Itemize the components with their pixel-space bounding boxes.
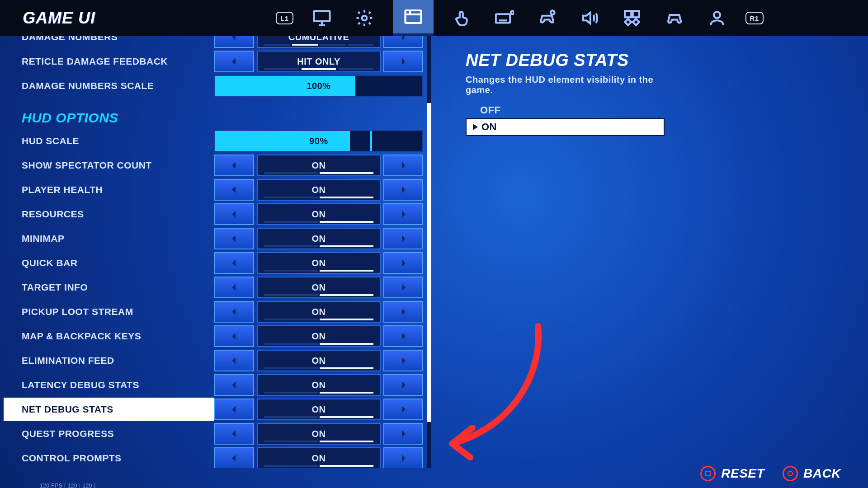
value-box-damage-numbers: CUMULATIVE [257, 36, 381, 48]
setting-row-show-spectator-count[interactable]: SHOW SPECTATOR COUNTON [4, 154, 423, 177]
left-arrow-quick-bar[interactable] [214, 252, 254, 274]
setting-value: ON [312, 185, 326, 195]
setting-row-hud-scale[interactable]: HUD SCALE90% [4, 129, 423, 153]
scrollbar[interactable] [427, 36, 431, 468]
setting-value: ON [312, 209, 326, 220]
right-arrow-reticle-damage-feedback[interactable] [383, 51, 423, 72]
setting-row-resources[interactable]: RESOURCESON [4, 202, 423, 226]
slider-damage-numbers-scale[interactable]: 100% [214, 75, 423, 97]
setting-row-player-health[interactable]: PLAYER HEALTHON [4, 178, 423, 202]
audio-icon [580, 9, 599, 28]
reset-button[interactable]: RESET [700, 466, 764, 481]
tab-account[interactable] [703, 4, 731, 32]
tab-game-ui[interactable] [393, 0, 434, 36]
tab-controller[interactable] [660, 4, 689, 32]
l1-badge: L1 [276, 12, 293, 24]
monitor-icon [312, 9, 331, 28]
hud-icon [404, 7, 423, 26]
controller-icon [665, 9, 684, 28]
tab-accessibility[interactable] [618, 4, 646, 32]
chevron-right-icon [399, 210, 408, 219]
right-arrow-net-debug-stats[interactable] [383, 399, 423, 420]
setting-value: CUMULATIVE [288, 36, 349, 42]
left-arrow-target-info[interactable] [214, 277, 254, 298]
option-off: OFF [480, 104, 665, 116]
setting-row-net-debug-stats[interactable]: NET DEBUG STATSON [4, 398, 423, 421]
value-box-show-spectator-count: ON [257, 155, 381, 176]
right-arrow-target-info[interactable] [383, 277, 423, 298]
value-box-net-debug-stats: ON [257, 399, 381, 420]
left-arrow-map-backpack-keys[interactable] [214, 325, 254, 347]
left-arrow-pickup-loot-stream[interactable] [214, 301, 254, 323]
right-arrow-map-backpack-keys[interactable] [383, 325, 423, 347]
right-arrow-minimap[interactable] [383, 228, 423, 249]
left-arrow-player-health[interactable] [214, 179, 254, 201]
setting-row-reticle-damage-feedback[interactable]: RETICLE DAMAGE FEEDBACKHIT ONLY [4, 50, 423, 73]
setting-control: ON [214, 276, 423, 299]
setting-row-target-info[interactable]: TARGET INFOON [4, 276, 423, 299]
chevron-right-icon [399, 307, 408, 316]
left-arrow-latency-debug-stats[interactable] [214, 374, 254, 396]
scrollbar-thumb[interactable] [427, 103, 431, 422]
controller-gear-icon [538, 9, 557, 28]
setting-row-minimap[interactable]: MINIMAPON [4, 227, 423, 250]
r1-badge: R1 [745, 12, 764, 24]
setting-row-pickup-loot-stream[interactable]: PICKUP LOOT STREAMON [4, 300, 423, 324]
setting-value: ON [312, 429, 326, 439]
tab-keyboard[interactable] [491, 4, 519, 32]
setting-row-quick-bar[interactable]: QUICK BARON [4, 251, 423, 275]
setting-label: LATENCY DEBUG STATS [4, 380, 214, 390]
tab-audio[interactable] [576, 4, 604, 32]
left-arrow-quest-progress[interactable] [214, 423, 254, 445]
left-arrow-net-debug-stats[interactable] [214, 399, 254, 420]
setting-row-map-backpack-keys[interactable]: MAP & BACKPACK KEYSON [4, 324, 423, 348]
svg-rect-2 [405, 10, 421, 23]
setting-label: TARGET INFO [4, 282, 214, 293]
setting-row-elimination-feed[interactable]: ELIMINATION FEEDON [4, 349, 423, 372]
tab-display[interactable] [308, 4, 336, 32]
chevron-left-icon [230, 405, 239, 414]
chevron-right-icon [399, 356, 408, 365]
red-arrow-annotation [425, 322, 552, 466]
setting-value: ON [312, 160, 326, 171]
value-box-quest-progress: ON [257, 423, 381, 445]
setting-row-latency-debug-stats[interactable]: LATENCY DEBUG STATSON [4, 373, 423, 397]
right-arrow-show-spectator-count[interactable] [383, 155, 423, 176]
value-box-target-info: ON [257, 277, 381, 298]
chevron-left-icon [230, 57, 239, 66]
chevron-left-icon [230, 332, 239, 341]
chevron-right-icon [399, 57, 408, 66]
back-button[interactable]: BACK [783, 466, 841, 481]
setting-row-quest-progress[interactable]: QUEST PROGRESSON [4, 422, 423, 446]
left-arrow-minimap[interactable] [214, 228, 254, 249]
right-arrow-elimination-feed[interactable] [383, 350, 423, 371]
setting-row-damage-numbers-scale[interactable]: DAMAGE NUMBERS SCALE100% [4, 74, 423, 98]
right-arrow-resources[interactable] [383, 203, 423, 225]
left-arrow-reticle-damage-feedback[interactable] [214, 51, 254, 72]
setting-label: PLAYER HEALTH [4, 184, 214, 195]
info-description: Changes the HUD element visibility in th… [466, 75, 665, 95]
slider-hud-scale[interactable]: 90% [214, 130, 423, 152]
right-arrow-damage-numbers[interactable] [383, 36, 423, 48]
chevron-left-icon [230, 36, 239, 42]
right-arrow-quick-bar[interactable] [383, 252, 423, 274]
setting-value: ON [312, 258, 326, 268]
left-arrow-resources[interactable] [214, 203, 254, 225]
left-arrow-show-spectator-count[interactable] [214, 155, 254, 176]
right-arrow-player-health[interactable] [383, 179, 423, 201]
right-arrow-latency-debug-stats[interactable] [383, 374, 423, 396]
left-arrow-elimination-feed[interactable] [214, 350, 254, 371]
setting-control: CUMULATIVE [214, 36, 423, 49]
right-arrow-quest-progress[interactable] [383, 423, 423, 445]
page-title: GAME UI [0, 9, 95, 28]
tab-touch[interactable] [448, 4, 476, 32]
setting-row-damage-numbers[interactable]: DAMAGE NUMBERSCUMULATIVE [4, 36, 423, 49]
footer: RESET BACK [0, 459, 868, 488]
chevron-right-icon [399, 380, 408, 389]
setting-control: ON [214, 300, 423, 324]
left-arrow-damage-numbers[interactable] [214, 36, 254, 48]
right-arrow-pickup-loot-stream[interactable] [383, 301, 423, 323]
tab-controller-settings[interactable] [533, 4, 561, 32]
svg-point-8 [714, 12, 720, 18]
tab-graphics[interactable] [350, 4, 378, 32]
